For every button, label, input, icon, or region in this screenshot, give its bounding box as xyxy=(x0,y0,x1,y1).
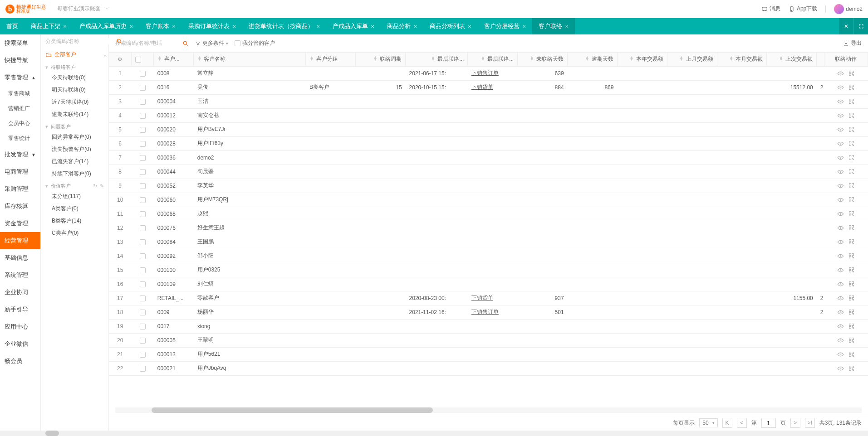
row-checkbox[interactable] xyxy=(140,352,146,358)
qr-icon[interactable] xyxy=(848,239,854,245)
sidebar-item-采购管理[interactable]: 采购管理 xyxy=(0,180,40,198)
tree-leaf[interactable]: 明天待联络(0) xyxy=(41,84,108,96)
row-checkbox[interactable] xyxy=(140,211,146,217)
table-row[interactable]: 3000004玉洁 xyxy=(109,94,868,108)
search-input[interactable] xyxy=(115,38,179,48)
qr-icon[interactable] xyxy=(848,351,854,357)
sidebar-item-快捷导航[interactable]: 快捷导航 xyxy=(0,52,40,69)
sidebar-item-批发管理[interactable]: 批发管理▼ xyxy=(0,146,40,163)
scrollbar-thumb[interactable] xyxy=(152,407,433,413)
view-icon[interactable] xyxy=(837,198,844,202)
table-row[interactable]: 11000068赵熙 xyxy=(109,207,868,221)
sort-icon[interactable]: ▲▼ xyxy=(729,56,733,61)
tab-商品分析[interactable]: 商品分析✕ xyxy=(381,18,423,34)
view-icon[interactable] xyxy=(837,212,844,216)
first-page-button[interactable]: K xyxy=(722,418,732,428)
table-row[interactable]: 10000060用户M73QRj xyxy=(109,193,868,207)
view-icon[interactable] xyxy=(837,366,844,371)
sidebar-item-库存核算[interactable]: 库存核算 xyxy=(0,198,40,215)
search-icon[interactable] xyxy=(182,40,189,47)
row-checkbox[interactable] xyxy=(140,225,146,231)
column-header[interactable]: ▲▼ 逾期天数 xyxy=(568,53,618,66)
sort-icon[interactable]: ▲▼ xyxy=(373,56,378,61)
qr-icon[interactable] xyxy=(848,98,854,104)
column-header[interactable]: ▲▼ 客户... xyxy=(154,53,194,66)
tree-leaf[interactable]: 流失预警客户(0) xyxy=(41,143,108,155)
sidebar-sub-零售商城[interactable]: 零售商城 xyxy=(0,86,40,101)
column-header[interactable]: ▲▼ 联络周期 xyxy=(356,53,406,66)
table-row[interactable]: 6000028用户IFf63y xyxy=(109,136,868,150)
table-row[interactable]: 22000021用户JbqAvq xyxy=(109,361,868,375)
table-row[interactable]: 10008常立静2021-06-17 15:下销售订单639 xyxy=(109,66,868,80)
messages-button[interactable]: 消息 xyxy=(761,5,780,13)
table-row[interactable]: 21000013用户5621 xyxy=(109,347,868,361)
tree-leaf[interactable]: 逾期未联络(14) xyxy=(41,108,108,121)
export-button[interactable]: 导出 xyxy=(843,39,862,47)
sidebar-item-搜索菜单[interactable]: 搜索菜单 xyxy=(0,34,40,52)
close-icon[interactable]: ✕ xyxy=(232,24,236,29)
row-checkbox[interactable] xyxy=(140,239,146,245)
tree-leaf[interactable]: 未分组(117) xyxy=(41,190,108,203)
row-checkbox[interactable] xyxy=(140,267,146,273)
tree-search-input[interactable] xyxy=(45,38,113,44)
tree-root-all-customers[interactable]: 全部客户 xyxy=(41,48,108,61)
column-header[interactable]: ▲▼ 本年交易额 xyxy=(617,53,667,66)
close-icon[interactable]: ✕ xyxy=(316,24,320,29)
view-icon[interactable] xyxy=(837,170,844,174)
last-doc-link[interactable]: 下销售订单 xyxy=(471,70,499,76)
close-icon[interactable]: ✕ xyxy=(413,24,417,29)
tree-leaf[interactable]: B类客户(14) xyxy=(41,215,108,227)
tree-leaf[interactable]: 近7天待联络(0) xyxy=(41,96,108,108)
qr-icon[interactable] xyxy=(848,126,854,132)
sidebar-item-零售管理[interactable]: 零售管理▲ xyxy=(0,69,40,86)
view-icon[interactable] xyxy=(837,310,844,315)
sidebar-item-系统管理[interactable]: 系统管理 xyxy=(0,266,40,284)
sidebar-item-基础信息[interactable]: 基础信息 xyxy=(0,249,40,266)
user-menu[interactable]: demo2 xyxy=(834,4,863,14)
sidebar-item-经营管理[interactable]: 经营管理 xyxy=(0,232,40,249)
column-header[interactable]: ▲▼ 上次交易额 xyxy=(767,53,817,66)
last-doc-link[interactable]: 下销货单 xyxy=(471,84,493,90)
select-all-checkbox[interactable] xyxy=(135,57,141,63)
tab-产成品入库单[interactable]: 产成品入库单✕ xyxy=(326,18,381,34)
page-size-select[interactable]: 50 ▾ xyxy=(699,418,717,427)
tree-leaf[interactable]: 今天待联络(0) xyxy=(41,72,108,84)
tab-客户账本[interactable]: 客户账本✕ xyxy=(139,18,182,34)
tree-leaf[interactable]: C类客户(0) xyxy=(41,227,108,239)
qr-icon[interactable] xyxy=(848,197,854,203)
qr-icon[interactable] xyxy=(848,84,854,90)
page-number-input[interactable] xyxy=(761,418,776,428)
qr-icon[interactable] xyxy=(848,140,854,146)
sidebar-item-电商管理[interactable]: 电商管理 xyxy=(0,163,40,180)
last-page-button[interactable]: >I xyxy=(805,418,815,428)
view-icon[interactable] xyxy=(837,254,844,258)
qr-icon[interactable] xyxy=(848,169,854,174)
view-icon[interactable] xyxy=(837,99,844,104)
more-filters-button[interactable]: 更多条件 ▾ xyxy=(195,39,228,47)
view-icon[interactable] xyxy=(837,71,844,76)
qr-icon[interactable] xyxy=(848,365,854,371)
tree-leaf[interactable]: 已流失客户(14) xyxy=(41,155,108,168)
tab-商品上下架[interactable]: 商品上下架✕ xyxy=(25,18,73,34)
next-page-button[interactable]: > xyxy=(790,418,800,428)
qr-icon[interactable] xyxy=(848,70,854,76)
row-checkbox[interactable] xyxy=(140,183,146,189)
sort-icon[interactable]: ▲▼ xyxy=(530,56,534,61)
row-checkbox[interactable] xyxy=(140,99,146,105)
table-row[interactable]: 16000109刘仁蟒 xyxy=(109,277,868,291)
view-icon[interactable] xyxy=(837,155,844,160)
view-icon[interactable] xyxy=(837,296,844,300)
qr-icon[interactable] xyxy=(848,253,854,259)
view-icon[interactable] xyxy=(837,127,844,132)
last-doc-link[interactable]: 下销售订单 xyxy=(471,309,499,315)
row-checkbox[interactable] xyxy=(140,197,146,203)
sidebar-sub-会员中心[interactable]: 会员中心 xyxy=(0,116,40,131)
column-header[interactable]: ▲▼ 最后联络... xyxy=(406,53,468,66)
row-checkbox[interactable] xyxy=(140,296,146,301)
tree-group-价值客户[interactable]: ▾价值客户↻✎ xyxy=(41,180,108,190)
sort-icon[interactable]: ▲▼ xyxy=(481,56,485,61)
tab-产成品入库单历史[interactable]: 产成品入库单历史✕ xyxy=(73,18,139,34)
scrollbar-thumb[interactable] xyxy=(45,431,59,436)
close-icon[interactable]: ✕ xyxy=(522,24,526,29)
row-checkbox[interactable] xyxy=(140,310,146,315)
